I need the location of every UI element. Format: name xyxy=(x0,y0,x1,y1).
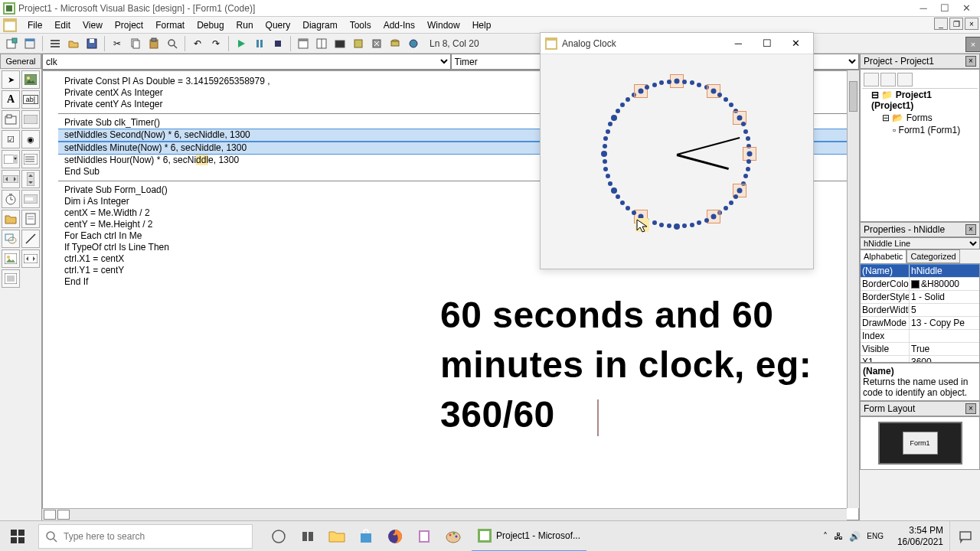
tool-image[interactable] xyxy=(2,249,20,268)
object-combobox[interactable]: clk xyxy=(42,54,451,70)
form1-node[interactable]: ▫ Form1 (Form1) xyxy=(862,124,978,136)
menu-run[interactable]: Run xyxy=(230,18,260,32)
tray-chevron-icon[interactable]: ˄ xyxy=(823,531,828,542)
toolbox-icon[interactable] xyxy=(368,35,385,52)
menu-project[interactable]: Project xyxy=(109,18,149,32)
action-center-button[interactable] xyxy=(949,521,980,552)
taskbar-app-paint[interactable] xyxy=(443,526,464,547)
tray-language-icon[interactable]: ENG xyxy=(867,532,884,540)
taskbar-app-explorer[interactable] xyxy=(326,526,348,547)
taskbar-app-notes[interactable] xyxy=(413,526,435,547)
save-icon[interactable] xyxy=(83,35,100,52)
properties-tab-alphabetic[interactable]: Alphabetic xyxy=(860,249,906,263)
project-explorer-close[interactable]: × xyxy=(965,56,976,67)
menu-view[interactable]: View xyxy=(77,18,109,32)
break-icon[interactable] xyxy=(251,35,268,52)
properties-object-combo[interactable]: hNiddle Line xyxy=(860,237,980,249)
menu-file[interactable]: File xyxy=(21,18,48,32)
system-tray[interactable]: ˄ 🖧 🔊 ENG xyxy=(815,531,891,542)
tool-hscrollbar[interactable] xyxy=(2,170,20,188)
clock-maximize-button[interactable]: ☐ xyxy=(754,34,780,53)
toggle-folders-icon[interactable] xyxy=(897,73,913,86)
properties-window-icon[interactable] xyxy=(313,35,330,52)
taskbar-app-cortana[interactable] xyxy=(297,526,318,547)
menu-addins[interactable]: Add-Ins xyxy=(377,18,421,32)
procedure-view-button[interactable] xyxy=(44,510,56,520)
tool-commandbutton[interactable] xyxy=(21,110,40,129)
tool-filelistbox[interactable] xyxy=(21,210,40,228)
cut-icon[interactable]: ✂ xyxy=(109,35,126,52)
form-layout-close[interactable]: × xyxy=(965,403,976,414)
tool-line[interactable] xyxy=(21,230,40,248)
copy-icon[interactable] xyxy=(127,35,144,52)
project-explorer[interactable]: ⊟ 📁 Project1 (Project1) ⊟ 📂 Forms ▫ Form… xyxy=(860,69,980,222)
analog-clock-window[interactable]: Analog Clock ─ ☐ ✕ xyxy=(540,32,814,269)
tool-vscrollbar[interactable] xyxy=(21,170,40,188)
form-layout-icon[interactable] xyxy=(332,35,348,52)
tool-data[interactable] xyxy=(21,249,40,268)
tool-frame[interactable] xyxy=(2,110,20,129)
menu-window[interactable]: Window xyxy=(421,18,466,32)
add-project-icon[interactable] xyxy=(3,35,20,52)
component-icon[interactable] xyxy=(405,35,422,52)
tool-dirlistbox[interactable] xyxy=(2,210,20,228)
add-form-icon[interactable] xyxy=(21,35,38,52)
end-icon[interactable] xyxy=(270,35,286,52)
menu-query[interactable]: Query xyxy=(260,18,297,32)
start-button[interactable] xyxy=(0,521,35,552)
toolbox-close-button[interactable]: × xyxy=(965,37,980,52)
tool-checkbox[interactable]: ☑ xyxy=(2,130,20,148)
tool-pointer[interactable]: ➤ xyxy=(2,70,20,89)
menu-editor-icon[interactable] xyxy=(47,35,64,52)
project-explorer-header[interactable]: Project - Project1 × xyxy=(860,54,980,69)
forms-folder-node[interactable]: ⊟ 📂 Forms xyxy=(862,112,978,124)
menu-debug[interactable]: Debug xyxy=(191,18,230,32)
close-button[interactable]: ✕ xyxy=(956,1,977,16)
taskbar-clock[interactable]: 3:54 PM 16/06/2021 xyxy=(891,525,949,547)
task-view-button[interactable] xyxy=(268,526,289,547)
taskbar-running-vb[interactable]: Project1 - Microsof... xyxy=(472,521,586,552)
clock-close-button[interactable]: ✕ xyxy=(782,34,808,53)
tool-textbox[interactable]: ab| xyxy=(21,90,40,109)
properties-tab-categorized[interactable]: Categorized xyxy=(906,249,959,263)
open-icon[interactable] xyxy=(65,35,82,52)
taskbar-app-store[interactable] xyxy=(355,526,377,547)
menu-edit[interactable]: Edit xyxy=(48,18,77,32)
find-icon[interactable] xyxy=(164,35,181,52)
menu-format[interactable]: Format xyxy=(149,18,191,32)
undo-icon[interactable]: ↶ xyxy=(189,35,206,52)
code-horizontal-scrollbar[interactable] xyxy=(42,508,847,520)
taskbar-search[interactable]: Type here to search xyxy=(38,524,253,549)
tool-picturebox[interactable] xyxy=(21,70,40,89)
tool-listbox[interactable] xyxy=(21,150,40,168)
redo-icon[interactable]: ↷ xyxy=(207,35,224,52)
tray-network-icon[interactable]: 🖧 xyxy=(834,531,843,542)
menu-help[interactable]: Help xyxy=(466,18,498,32)
minimize-button[interactable]: ─ xyxy=(913,1,934,16)
tool-optionbutton[interactable]: ◉ xyxy=(21,130,40,148)
project-explorer-icon[interactable] xyxy=(295,35,312,52)
properties-close[interactable]: × xyxy=(965,224,976,235)
start-icon[interactable] xyxy=(233,35,250,52)
tool-ole[interactable] xyxy=(2,269,20,288)
view-object-icon[interactable] xyxy=(880,73,896,86)
menu-diagram[interactable]: Diagram xyxy=(296,18,343,32)
data-view-icon[interactable] xyxy=(387,35,403,52)
code-vertical-scrollbar[interactable] xyxy=(847,70,859,508)
menu-tools[interactable]: Tools xyxy=(344,18,377,32)
clock-minimize-button[interactable]: ─ xyxy=(725,34,751,53)
object-browser-icon[interactable] xyxy=(350,35,367,52)
tray-volume-icon[interactable]: 🔊 xyxy=(849,531,861,542)
view-code-icon[interactable] xyxy=(864,73,879,86)
project-root-node[interactable]: ⊟ 📁 Project1 (Project1) xyxy=(862,89,978,112)
tool-combobox[interactable] xyxy=(2,150,20,168)
tool-label[interactable]: A xyxy=(2,90,20,109)
properties-header[interactable]: Properties - hNiddle × xyxy=(860,222,980,237)
toolbox-header[interactable]: General xyxy=(0,54,41,69)
mdi-restore[interactable]: ❐ xyxy=(949,18,963,30)
mdi-close[interactable]: × xyxy=(965,18,978,30)
paste-icon[interactable] xyxy=(145,35,162,52)
tool-timer[interactable] xyxy=(2,190,20,208)
fullmodule-view-button[interactable] xyxy=(57,510,70,520)
taskbar-app-firefox[interactable] xyxy=(384,526,406,547)
